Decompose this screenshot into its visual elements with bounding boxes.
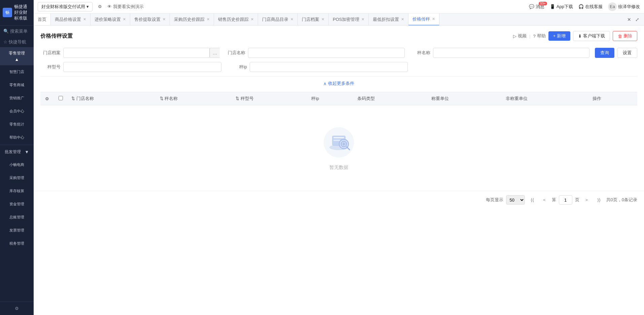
tab-price-scale[interactable]: 价格传秤 ✕: [408, 13, 439, 26]
scale-model-input[interactable]: [63, 62, 221, 72]
tab-sale-history[interactable]: 销售历史价跟踪 ✕: [214, 13, 258, 26]
sidebar-item-inventory[interactable]: 库存核算: [0, 184, 34, 198]
prev-page-button[interactable]: ＜: [540, 195, 549, 205]
message-icon: 💬: [529, 4, 534, 9]
demo-link[interactable]: 👁 我要看实例演示: [107, 4, 526, 10]
messages-button[interactable]: 💬 消息 99+: [529, 4, 544, 10]
th-weight-unit: 称重单位: [427, 92, 501, 105]
close-tab-button[interactable]: ✕: [625, 15, 633, 24]
version-selector[interactable]: 好业财标准版交付试用 ▾: [38, 2, 93, 11]
sidebar-item-marketing[interactable]: 营销推广: [0, 92, 34, 105]
last-page-button[interactable]: ⟩⟩: [594, 195, 604, 205]
close-icon[interactable]: ✕: [401, 17, 404, 22]
collapse-button[interactable]: ∧ 收起更多条件: [321, 79, 357, 88]
tab-pos-management[interactable]: POS加密管理 ✕: [329, 13, 369, 26]
expand-tab-button[interactable]: ⤢: [633, 15, 641, 24]
sidebar-menu: 零售管理 ▲ 智慧门店 零售商城 营销推广 会员中心 零售统计 帮助中心 批发管…: [0, 47, 34, 302]
sidebar-item-ledger[interactable]: 总账管理: [0, 211, 34, 224]
content-header: 价格传秤设置 ▷ 视频 | ? 帮助 + 新增 ⬇ 客户端下载: [34, 26, 644, 44]
store-name-input[interactable]: [248, 48, 404, 58]
video-link[interactable]: ▷ 视频: [513, 33, 527, 39]
th-scale-model[interactable]: ⇅ 秤型号: [231, 92, 307, 105]
topbar-settings-button[interactable]: ⚙: [95, 2, 105, 11]
page-number-input[interactable]: [559, 195, 572, 205]
sidebar-item-retail-stats[interactable]: 零售统计: [0, 118, 34, 131]
download-button[interactable]: ⬇ 客户端下载: [573, 31, 610, 41]
close-icon[interactable]: ✕: [251, 17, 254, 22]
sidebar-item-retail-mall[interactable]: 零售商城: [0, 78, 34, 92]
close-icon[interactable]: ✕: [163, 17, 166, 22]
messages-count: 99+: [539, 2, 547, 5]
scale-name-input[interactable]: [433, 48, 589, 58]
store-name-label: 门店名称: [225, 50, 245, 56]
tab-price-settings[interactable]: 商品价格设置 ✕: [51, 13, 91, 26]
close-icon[interactable]: ✕: [207, 17, 210, 22]
tab-purchase-history[interactable]: 采购历史价跟踪 ✕: [170, 13, 214, 26]
store-name-group: 门店名称: [225, 48, 404, 58]
user-menu[interactable]: Ea 徐泽华修改: [608, 2, 640, 11]
sidebar-item-retail[interactable]: 零售管理 ▲: [0, 47, 34, 65]
help-link[interactable]: ? 帮助: [533, 33, 546, 39]
store-archive-btn[interactable]: ...: [210, 48, 220, 58]
sidebar-item-invoice[interactable]: 发票管理: [0, 224, 34, 237]
sidebar-settings[interactable]: ⚙: [0, 302, 34, 315]
chevron-up-icon: ▲: [15, 57, 19, 62]
chevron-up-icon: ∧: [323, 81, 327, 86]
per-page-label: 每页显示: [486, 197, 503, 203]
sidebar-item-finance[interactable]: 资金管理: [0, 198, 34, 211]
app-download-button[interactable]: 📱 App下载: [550, 4, 573, 10]
sidebar-item-smart-store[interactable]: 智慧门店: [0, 65, 34, 78]
close-icon[interactable]: ✕: [83, 17, 86, 22]
pagination: 每页显示 10 20 50 100 ⟨⟨ ＜ 算 页 ＞ ⟩⟩ 共0页，0条记录: [34, 191, 644, 209]
tab-purchase-strategy[interactable]: 进价策略设置 ✕: [91, 13, 130, 26]
search-icon: 🔍: [3, 29, 9, 34]
th-settings[interactable]: ⚙: [40, 92, 54, 105]
close-icon[interactable]: ✕: [432, 17, 435, 21]
main-content: 好业财标准版交付试用 ▾ ⚙ 👁 我要看实例演示 💬 消息 99+ 📱 App下…: [34, 0, 644, 315]
close-icon[interactable]: ✕: [290, 17, 293, 22]
sidebar-item-wholesale[interactable]: 批发管理 ▼: [0, 146, 34, 158]
close-icon[interactable]: ✕: [123, 17, 126, 22]
tab-sale-extract[interactable]: 售价提取设置 ✕: [130, 13, 170, 26]
close-icon[interactable]: ✕: [321, 17, 324, 22]
help-icon: ?: [533, 34, 536, 39]
per-page-select[interactable]: 10 20 50 100: [506, 195, 525, 205]
th-store-name[interactable]: ⇅ 门店名称: [67, 92, 156, 105]
sidebar-logo: 畅 畅捷通好业财 标准版: [0, 0, 34, 26]
delete-button[interactable]: 🗑 删除: [613, 31, 637, 41]
config-button[interactable]: 设置: [617, 48, 637, 58]
sidebar-item-ecom[interactable]: 小畅电商: [0, 158, 34, 171]
th-check[interactable]: [54, 92, 67, 105]
tab-store-archive[interactable]: 门店档案 ✕: [298, 13, 329, 26]
star-icon: ☆: [3, 39, 7, 44]
sidebar-search[interactable]: 🔍 搜索菜单: [0, 26, 34, 37]
sidebar-item-tax[interactable]: 税务管理: [0, 237, 34, 250]
page-prefix-label: 算: [552, 197, 556, 203]
trash-icon: 🗑: [618, 34, 622, 39]
content-area: 价格传秤设置 ▷ 视频 | ? 帮助 + 新增 ⬇ 客户端下载: [34, 26, 644, 315]
sidebar-item-help[interactable]: 帮助中心: [0, 131, 34, 144]
table-container: ⚙ ⇅ 门店名称 ⇅ 秤名称: [34, 92, 644, 191]
topbar: 好业财标准版交付试用 ▾ ⚙ 👁 我要看实例演示 💬 消息 99+ 📱 App下…: [34, 0, 644, 13]
store-archive-label: 门店档案: [40, 50, 61, 56]
first-page-button[interactable]: ⟨⟨: [528, 195, 537, 205]
sidebar-quicknav[interactable]: ☆ 快捷导航: [0, 37, 34, 47]
tab-min-discount[interactable]: 最低折扣设置 ✕: [369, 13, 408, 26]
add-button[interactable]: + 新增: [548, 31, 570, 41]
store-archive-input[interactable]: [63, 48, 210, 58]
sidebar-item-purchase[interactable]: 采购管理: [0, 171, 34, 184]
page-title: 价格传秤设置: [40, 33, 73, 40]
close-icon[interactable]: ✕: [361, 17, 364, 22]
online-service-button[interactable]: 🎧 在线客服: [578, 4, 603, 10]
next-page-button[interactable]: ＞: [582, 195, 592, 205]
settings-icon: ⚙: [15, 306, 19, 311]
select-all-checkbox[interactable]: [59, 96, 63, 100]
th-scale-ip: 秤ip: [307, 92, 353, 105]
tab-home[interactable]: 首页: [34, 13, 51, 26]
table-header: ⚙ ⇅ 门店名称 ⇅ 秤名称: [40, 92, 637, 105]
tab-store-catalog[interactable]: 门店商品目录 ✕: [258, 13, 298, 26]
search-button[interactable]: 查询: [595, 48, 614, 58]
th-scale-name[interactable]: ⇅ 秤名称: [156, 92, 231, 105]
scale-ip-input[interactable]: [250, 62, 408, 72]
sidebar-item-member[interactable]: 会员中心: [0, 105, 34, 118]
